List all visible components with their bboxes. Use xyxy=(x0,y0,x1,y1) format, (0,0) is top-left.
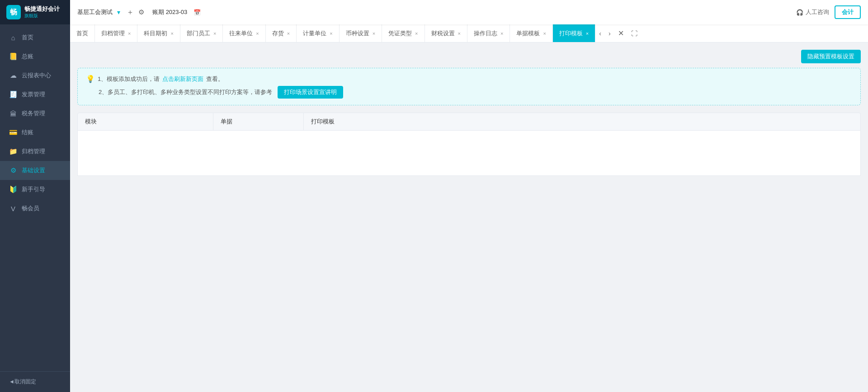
settings-icon[interactable]: ⚙ xyxy=(138,8,144,16)
tab-home[interactable]: 首页 xyxy=(70,24,95,43)
table-body xyxy=(77,131,861,176)
sidebar-label-settings: 基础设置 xyxy=(22,166,45,175)
sidebar-label-invoice: 发票管理 xyxy=(22,90,45,99)
tab-prev-btn[interactable]: ‹ xyxy=(595,24,605,43)
period-label: 账期 2023-03 xyxy=(152,8,187,16)
sidebar-nav: ⌂ 首页 📒 总账 ☁ 云报表中心 🧾 发票管理 🏛 税务管理 💳 结账 📁 归… xyxy=(0,24,70,371)
tab-voucher-tpl[interactable]: 单据模板× xyxy=(510,24,552,43)
headset-icon: 🎧 xyxy=(796,9,803,16)
tab-close-inventory[interactable]: × xyxy=(287,31,290,36)
topbar: 基层工会测试 ▾ ＋ ⚙ 账期 2023-03 📅 🎧 人工咨询 会计 xyxy=(70,0,868,24)
tab-label-home: 首页 xyxy=(76,29,88,38)
sidebar-item-checkout[interactable]: 💳 结账 xyxy=(0,123,70,142)
tab-close-op-log[interactable]: × xyxy=(500,31,503,36)
col-voucher: 单据 xyxy=(213,113,304,131)
tab-label-print-tpl: 打印模板 xyxy=(559,29,583,38)
checkout-icon: 💳 xyxy=(9,128,17,137)
tab-inventory[interactable]: 存货× xyxy=(266,24,297,43)
tab-close-measure[interactable]: × xyxy=(330,31,332,36)
company-dropdown-icon[interactable]: ▾ xyxy=(117,9,120,16)
tab-partners[interactable]: 往来单位× xyxy=(223,24,265,43)
member-icon: V xyxy=(9,204,17,213)
tab-close-voucher-type[interactable]: × xyxy=(415,31,418,36)
info-line2-pre: 2、多员工、多打印机、多种业务类型设置不同打印方案等，请参考 xyxy=(99,88,272,96)
tab-subjects[interactable]: 科目期初× xyxy=(137,24,180,43)
tab-department[interactable]: 部门员工× xyxy=(180,24,223,43)
sidebar-item-tax[interactable]: 🏛 税务管理 xyxy=(0,104,70,123)
tab-tax-settings[interactable]: 财税设置× xyxy=(425,24,467,43)
tab-label-op-log: 操作日志 xyxy=(474,29,497,38)
settings-icon: ⚙ xyxy=(9,166,17,175)
sidebar-label-member: 畅会员 xyxy=(22,204,39,213)
tab-label-archive: 归档管理 xyxy=(101,29,125,38)
sidebar-unpin[interactable]: ◄取消固定 xyxy=(0,371,70,392)
tab-label-subjects: 科目期初 xyxy=(144,29,167,38)
sidebar-item-reports[interactable]: ☁ 云报表中心 xyxy=(0,66,70,85)
sidebar-label-home: 首页 xyxy=(22,33,33,42)
info-line-1: 💡 1、模板添加成功后，请 点击刷新新页面 查看。 xyxy=(86,75,852,83)
sidebar-item-member[interactable]: V 畅会员 xyxy=(0,199,70,218)
sidebar-item-archive[interactable]: 📁 归档管理 xyxy=(0,142,70,161)
ledger-icon: 📒 xyxy=(9,52,17,61)
invoice-icon: 🧾 xyxy=(9,90,17,99)
tab-close-partners[interactable]: × xyxy=(256,31,259,36)
sidebar-logo: 畅 畅捷通好会计 旗舰版 xyxy=(0,0,70,24)
guide-icon: 🔰 xyxy=(9,185,17,194)
table-header: 模块 单据 打印模板 xyxy=(77,113,861,131)
sidebar-item-settings[interactable]: ⚙ 基础设置 xyxy=(0,161,70,180)
tab-print-tpl[interactable]: 打印模板× xyxy=(553,24,595,43)
info-line-2: 2、多员工、多打印机、多种业务类型设置不同打印方案等，请参考 打印场景设置宣讲明 xyxy=(86,86,852,99)
tab-label-voucher-type: 凭证类型 xyxy=(388,29,412,38)
tab-label-partners: 往来单位 xyxy=(229,29,253,38)
tab-voucher-type[interactable]: 凭证类型× xyxy=(382,24,425,43)
home-icon: ⌂ xyxy=(9,33,17,42)
sidebar-label-ledger: 总账 xyxy=(22,52,33,61)
info-line1-pre: 1、模板添加成功后，请 xyxy=(98,75,160,83)
sidebar: 畅 畅捷通好会计 旗舰版 ⌂ 首页 📒 总账 ☁ 云报表中心 🧾 发票管理 🏛 … xyxy=(0,0,70,392)
tab-label-tax-settings: 财税设置 xyxy=(431,29,455,38)
print-scene-btn[interactable]: 打印场景设置宣讲明 xyxy=(278,86,343,99)
tab-close-subjects[interactable]: × xyxy=(170,31,173,36)
sidebar-item-home[interactable]: ⌂ 首页 xyxy=(0,28,70,47)
tab-currency[interactable]: 币种设置× xyxy=(340,24,382,43)
sidebar-item-ledger[interactable]: 📒 总账 xyxy=(0,47,70,66)
tab-next-btn[interactable]: › xyxy=(605,24,614,43)
topbar-right: 🎧 人工咨询 会计 xyxy=(796,5,861,19)
refresh-link[interactable]: 点击刷新新页面 xyxy=(162,75,203,83)
info-line1-post: 查看。 xyxy=(206,75,224,83)
tab-close-print-tpl[interactable]: × xyxy=(586,31,589,36)
service-btn[interactable]: 🎧 人工咨询 xyxy=(796,8,829,16)
reports-icon: ☁ xyxy=(9,71,17,80)
tab-label-measure: 计量单位 xyxy=(303,29,326,38)
col-module: 模块 xyxy=(78,113,213,131)
app-logo-sub: 旗舰版 xyxy=(24,13,60,19)
tab-close-archive[interactable]: × xyxy=(128,31,131,36)
sidebar-label-tax: 税务管理 xyxy=(22,109,45,118)
tab-close-all-btn[interactable]: ✕ xyxy=(614,24,627,43)
tab-close-department[interactable]: × xyxy=(213,31,216,36)
app-logo-title: 畅捷通好会计 xyxy=(24,5,60,13)
hide-preview-btn[interactable]: 隐藏预置模板设置 xyxy=(801,50,861,63)
sidebar-item-guide[interactable]: 🔰 新手引导 xyxy=(0,180,70,199)
tabbar: 首页归档管理×科目期初×部门员工×往来单位×存货×计量单位×币种设置×凭证类型×… xyxy=(70,24,868,43)
tab-close-voucher-tpl[interactable]: × xyxy=(543,31,546,36)
col-template: 打印模板 xyxy=(304,113,860,131)
tab-op-log[interactable]: 操作日志× xyxy=(467,24,510,43)
tax-icon: 🏛 xyxy=(9,109,17,118)
tab-close-currency[interactable]: × xyxy=(373,31,375,36)
tab-archive[interactable]: 归档管理× xyxy=(95,24,137,43)
main-content: 隐藏预置模板设置 💡 1、模板添加成功后，请 点击刷新新页面 查看。 2、多员工… xyxy=(70,43,868,392)
tab-label-voucher-tpl: 单据模板 xyxy=(516,29,540,38)
sidebar-item-invoice[interactable]: 🧾 发票管理 xyxy=(0,85,70,104)
sidebar-label-archive: 归档管理 xyxy=(22,147,45,156)
account-btn[interactable]: 会计 xyxy=(835,5,861,19)
app-logo-icon: 畅 xyxy=(6,5,21,19)
tab-label-currency: 币种设置 xyxy=(346,29,369,38)
tab-close-tax-settings[interactable]: × xyxy=(458,31,461,36)
add-tab-icon[interactable]: ＋ xyxy=(127,8,134,17)
tab-measure[interactable]: 计量单位× xyxy=(297,24,339,43)
tab-label-department: 部门员工 xyxy=(187,29,210,38)
calendar-icon[interactable]: 📅 xyxy=(193,9,201,16)
tab-expand-btn[interactable]: ⛶ xyxy=(627,24,641,43)
sidebar-label-checkout: 结账 xyxy=(22,128,33,137)
